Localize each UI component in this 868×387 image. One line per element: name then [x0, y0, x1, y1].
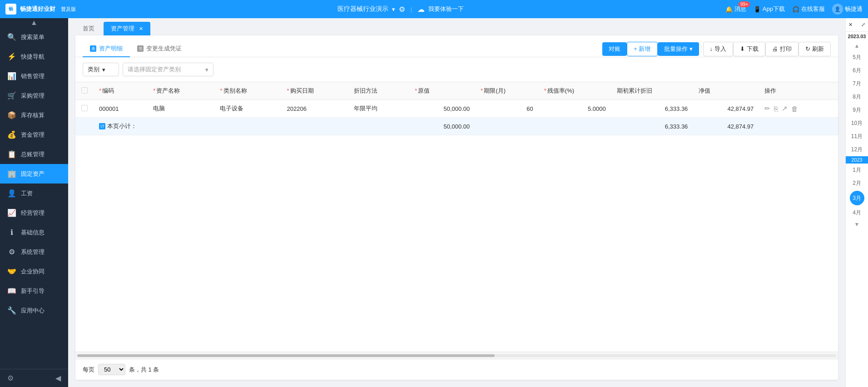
month-scroll-up[interactable]: ▲ — [853, 41, 862, 51]
month-3-active[interactable]: 3月 — [850, 191, 864, 205]
month-5[interactable]: 5月 — [846, 51, 868, 64]
import-button[interactable]: ↓ 导入 — [703, 42, 734, 56]
sidebar-item-label: 搜索菜单 — [21, 33, 45, 41]
header-right: 🔔 消息 99+ 📱 App下载 🎧 在线客服 👤 畅捷通 — [725, 4, 863, 15]
notification-button[interactable]: 🔔 消息 99+ — [725, 5, 746, 13]
sidebar-item-finance[interactable]: 💰 资金管理 — [0, 125, 68, 144]
sidebar-scroll-up[interactable]: ▲ — [0, 18, 68, 27]
edit-icon[interactable]: ✏ — [764, 104, 770, 113]
print-button[interactable]: 🖨 打印 — [765, 42, 799, 56]
print-icon: 🖨 — [772, 45, 778, 52]
download-icon: 📱 — [754, 6, 761, 13]
action-icons: ✏ ⎘ ↗ 🗑 — [764, 104, 833, 113]
row-depreciation-method: 年限平均 — [348, 100, 410, 118]
total-count-label: 条，共 1 条 — [129, 366, 159, 374]
expand-panel-icon[interactable]: ⤢ — [861, 22, 865, 28]
company-name: 畅捷通好业财 — [20, 5, 55, 13]
sidebar-item-guide[interactable]: 📖 新手引导 — [0, 281, 68, 301]
month-1[interactable]: 1月 — [846, 164, 868, 177]
sub-tab-asset-detail[interactable]: 表 资产明细 — [83, 41, 130, 57]
add-new-button[interactable]: + 新增 — [627, 42, 657, 56]
row-category: 电子设备 — [214, 100, 281, 118]
sidebar-item-app-center[interactable]: 🔧 应用中心 — [0, 301, 68, 320]
sidebar-item-enterprise[interactable]: 🤝 企业协同 — [0, 262, 68, 281]
sidebar-item-sales[interactable]: 📊 销售管理 — [0, 66, 68, 86]
per-page-select[interactable]: 50 10 20 100 — [98, 364, 125, 375]
sidebar-item-label: 资金管理 — [21, 131, 45, 139]
scrollbar-thumb[interactable] — [77, 354, 495, 357]
app-download-button[interactable]: 📱 App下载 — [754, 5, 785, 13]
collapse-icon[interactable]: ◀ — [55, 374, 61, 382]
online-service-button[interactable]: 🎧 在线客服 — [792, 5, 825, 13]
header-center: 医疗器械行业演示 ▾ ⚙ | ☁ 我要体验一下 — [337, 5, 464, 14]
month-9[interactable]: 9月 — [846, 104, 868, 117]
sidebar-item-system[interactable]: ⚙ 系统管理 — [0, 242, 68, 262]
info-icon: ℹ — [7, 228, 16, 237]
app-settings-icon[interactable]: ⚙ — [399, 5, 405, 14]
experience-button[interactable]: 我要体验一下 — [428, 5, 464, 13]
sidebar-item-search[interactable]: 🔍 搜索菜单 — [0, 27, 68, 47]
month-12[interactable]: 12月 — [846, 143, 868, 156]
row-purchase-date: 202206 — [282, 100, 348, 118]
tab-asset-management[interactable]: 资产管理 ✕ — [104, 22, 150, 35]
sidebar-item-label: 基础信息 — [21, 228, 45, 237]
confirm-account-button[interactable]: 对账 — [602, 42, 627, 56]
sidebar-item-fixed-assets[interactable]: 🏢 固定资产 — [0, 164, 68, 184]
sidebar-item-label: 应用中心 — [21, 307, 45, 315]
year-label: 2023.03 — [848, 32, 866, 41]
delete-icon[interactable]: 🗑 — [791, 105, 798, 113]
month-4[interactable]: 4月 — [846, 206, 868, 219]
tab-home[interactable]: 首页 — [75, 22, 102, 35]
row-original-value: 50,000.00 — [409, 100, 475, 118]
current-app-name: 医疗器械行业演示 — [337, 5, 388, 13]
settings-bottom-icon[interactable]: ⚙ — [7, 374, 14, 382]
refresh-button[interactable]: ↻ 刷新 — [799, 42, 831, 56]
export-icon[interactable]: ↗ — [782, 104, 788, 113]
row-actions: ✏ ⎘ ↗ 🗑 — [759, 100, 838, 118]
cloud-icon: ☁ — [417, 5, 425, 14]
sidebar-item-operations[interactable]: 📈 经营管理 — [0, 203, 68, 223]
batch-operation-button[interactable]: 批量操作 ▾ — [658, 42, 699, 56]
month-10[interactable]: 10月 — [846, 117, 868, 130]
category-filter-label[interactable]: 类别 ▾ — [83, 63, 119, 76]
month-11[interactable]: 11月 — [846, 130, 868, 143]
sidebar-item-payroll[interactable]: 👤 工资 — [0, 184, 68, 203]
month-7[interactable]: 7月 — [846, 77, 868, 90]
sidebar-item-quick-nav[interactable]: ⚡ 快捷导航 — [0, 47, 68, 66]
select-all-checkbox[interactable] — [81, 87, 88, 94]
row-checkbox[interactable] — [81, 105, 88, 111]
header-net-value: 净值 — [693, 82, 759, 100]
sub-tab-voucher[interactable]: 凭 变更生成凭证 — [130, 41, 189, 57]
sidebar: ▲ 🔍 搜索菜单 ⚡ 快捷导航 📊 销售管理 🛒 采购管理 📦 库存核算 — [0, 18, 68, 387]
month-scroll-down[interactable]: ▼ — [853, 219, 862, 229]
sidebar-item-purchase[interactable]: 🛒 采购管理 — [0, 86, 68, 105]
category-dropdown[interactable]: 请选择固定资产类别 ▾ — [123, 63, 213, 76]
ledger-icon: 📋 — [7, 150, 16, 159]
header-depreciation-method: 折旧方法 — [348, 82, 410, 100]
month-8[interactable]: 8月 — [846, 90, 868, 104]
download-button[interactable]: ⬇ 下载 — [733, 42, 765, 56]
app-edition: 普及版 — [61, 6, 76, 13]
assets-table: *编码 *资产名称 *类别名称 *购买日期 — [75, 82, 838, 135]
sidebar-item-inventory[interactable]: 📦 库存核算 — [0, 105, 68, 125]
sidebar-item-ledger[interactable]: 📋 总账管理 — [0, 144, 68, 164]
scrollbar-track[interactable] — [77, 354, 836, 357]
user-menu[interactable]: 👤 畅捷通 — [832, 4, 863, 15]
month-2[interactable]: 2月 — [846, 177, 868, 190]
chevron-down-icon[interactable]: ▾ — [392, 6, 395, 13]
month-6[interactable]: 6月 — [846, 64, 868, 77]
copy-icon[interactable]: ⎘ — [774, 105, 778, 113]
asset-detail-icon: 表 — [90, 45, 96, 52]
sidebar-item-label: 采购管理 — [21, 92, 45, 100]
subtotal-net-value: 42,874.97 — [693, 118, 759, 135]
horizontal-scrollbar[interactable] — [75, 352, 838, 359]
header-period: *期限(月) — [475, 82, 538, 100]
close-panel-icon[interactable]: ✕ — [848, 22, 853, 28]
sidebar-item-label: 总账管理 — [21, 150, 45, 159]
sidebar-item-basic-info[interactable]: ℹ 基础信息 — [0, 223, 68, 242]
refresh-icon: ↻ — [805, 45, 810, 52]
header-checkbox-col — [75, 82, 94, 100]
book-icon: 📖 — [7, 287, 16, 295]
subtotal-original-value: 50,000.00 — [409, 118, 475, 135]
tab-close-icon[interactable]: ✕ — [139, 26, 143, 31]
